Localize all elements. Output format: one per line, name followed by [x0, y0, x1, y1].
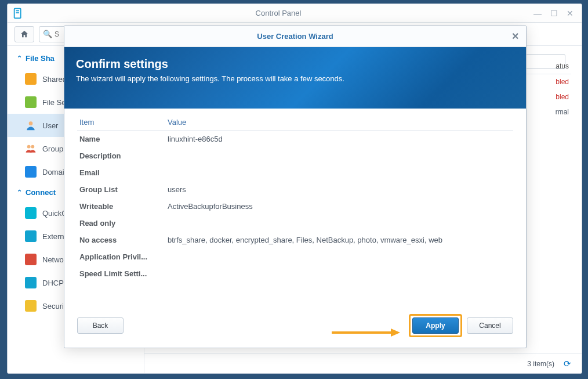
settings-row: Read only	[77, 215, 513, 232]
search-icon: 🔍	[43, 30, 52, 38]
settings-item-label: Description	[79, 151, 168, 160]
minimize-button[interactable]: —	[529, 6, 546, 20]
settings-table: Item Value Namelinuxhint-e86c5dDescripti…	[77, 114, 513, 282]
close-icon[interactable]: ✕	[511, 31, 519, 42]
chevron-up-icon: ⌃	[17, 55, 22, 62]
col-value[interactable]: Value	[168, 118, 511, 127]
cloud-icon	[25, 207, 37, 219]
svg-point-6	[31, 145, 34, 149]
dialog-titlebar: User Creation Wizard ✕	[64, 26, 526, 47]
dialog-title: User Creation Wizard	[257, 32, 333, 41]
sidebar-item-label: File Se	[42, 98, 66, 107]
settings-item-value	[168, 252, 511, 261]
settings-item-label: No access	[79, 236, 168, 244]
settings-item-label: Group List	[79, 185, 168, 194]
network-icon	[25, 254, 37, 265]
settings-item-value: users	[168, 185, 511, 194]
settings-item-label: Read only	[79, 219, 168, 228]
settings-table-header: Item Value	[77, 114, 513, 131]
sidebar-item-label: Shared	[42, 75, 67, 84]
sidebar-item-label: Extern	[42, 232, 64, 241]
sidebar-item-label: Networ	[42, 255, 66, 264]
settings-item-label: Writeable	[79, 202, 168, 211]
dialog-header: Confirm settings The wizard will apply t…	[64, 47, 526, 109]
status-value: bled	[556, 78, 569, 86]
user-icon	[25, 120, 37, 131]
settings-item-value	[168, 219, 511, 228]
chevron-up-icon: ⌃	[17, 189, 22, 196]
status-value: bled	[556, 93, 569, 101]
dialog-body: Item Value Namelinuxhint-e86c5dDescripti…	[64, 109, 526, 306]
domain-icon	[25, 166, 37, 178]
sidebar-item-label: Group	[42, 145, 63, 153]
sidebar-section-label: Connect	[26, 188, 56, 197]
dialog-subheading: The wizard will apply the following sett…	[76, 74, 514, 83]
group-icon	[25, 143, 37, 154]
window-title: Control Panel	[27, 9, 529, 17]
sidebar-item-label: Domai	[42, 168, 64, 176]
back-button[interactable]: Back	[77, 317, 124, 334]
settings-row: WriteableActiveBackupforBusiness	[77, 198, 513, 215]
apply-button[interactable]: Apply	[412, 317, 459, 334]
dialog-heading: Confirm settings	[76, 57, 514, 71]
svg-point-5	[27, 145, 31, 149]
maximize-button[interactable]: ☐	[546, 6, 562, 20]
window-controls: — ☐ ✕	[529, 6, 582, 20]
status-value: rmal	[556, 108, 569, 116]
settings-item-label: Name	[79, 135, 168, 143]
settings-item-value	[168, 168, 511, 177]
settings-row: No accessbtrfs_share, docker, encrypted_…	[77, 232, 513, 248]
close-window-button[interactable]: ✕	[562, 6, 578, 20]
settings-item-value	[168, 151, 511, 160]
home-button[interactable]	[14, 26, 34, 42]
svg-point-4	[29, 121, 33, 125]
footer-bar: 3 item(s) ⟳	[144, 353, 582, 373]
globe-icon	[25, 230, 37, 242]
svg-rect-2	[16, 10, 19, 11]
file-icon	[25, 96, 37, 108]
sidebar-section-label: File Sha	[26, 54, 55, 63]
user-creation-wizard-dialog: User Creation Wizard ✕ Confirm settings …	[64, 26, 527, 348]
svg-rect-3	[16, 12, 19, 13]
item-count: 3 item(s)	[527, 360, 554, 368]
settings-item-value: btrfs_share, docker, encrypted_share, Fi…	[168, 236, 511, 244]
refresh-icon[interactable]: ⟳	[564, 359, 571, 369]
cancel-button[interactable]: Cancel	[467, 317, 513, 334]
dhcp-icon	[25, 277, 37, 288]
dialog-footer: Back Apply Cancel	[64, 306, 526, 348]
shield-icon	[25, 300, 37, 312]
settings-item-label: Application Privil...	[79, 252, 168, 261]
settings-item-label: Email	[79, 168, 168, 177]
settings-item-value: linuxhint-e86c5d	[168, 135, 511, 143]
settings-row: Application Privil...	[77, 248, 513, 265]
settings-row: Description	[77, 147, 513, 164]
settings-item-label: Speed Limit Setti...	[79, 269, 168, 278]
settings-row: Group Listusers	[77, 181, 513, 198]
settings-row: Email	[77, 164, 513, 181]
settings-item-value: ActiveBackupforBusiness	[168, 202, 511, 211]
app-icon	[10, 5, 27, 22]
settings-row: Namelinuxhint-e86c5d	[77, 131, 513, 147]
settings-row: Speed Limit Setti...	[77, 265, 513, 282]
folder-icon	[25, 73, 37, 85]
window-titlebar: Control Panel — ☐ ✕	[8, 4, 582, 23]
col-item[interactable]: Item	[79, 118, 168, 127]
home-icon	[20, 30, 29, 39]
apply-highlight: Apply	[409, 314, 462, 337]
sidebar-item-label: User	[42, 121, 58, 130]
settings-item-value	[168, 269, 511, 278]
